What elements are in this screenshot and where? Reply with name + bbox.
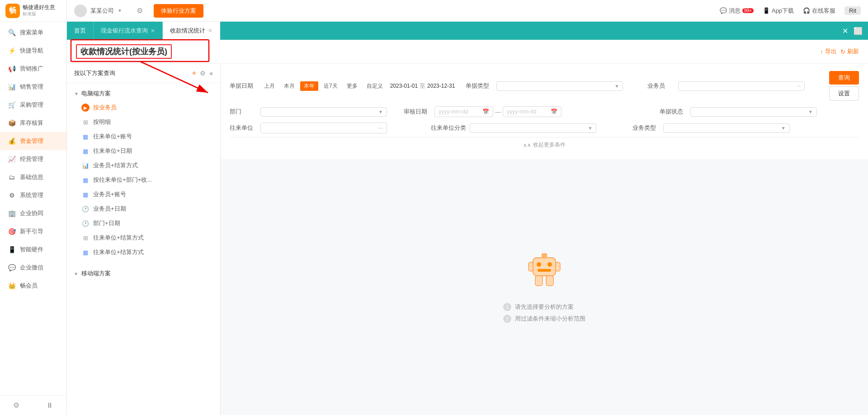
operation-icon: 📈 <box>7 155 16 164</box>
dept-select[interactable]: ▼ <box>260 107 387 117</box>
scheme-item-salesperson-settle[interactable]: 📊 业务员+结算方式 <box>67 158 220 173</box>
desktop-scheme-group-header[interactable]: ▼ 电脑端方案 <box>67 87 220 100</box>
scheme-item-salesperson-date[interactable]: 🕐 业务员+日期 <box>67 202 220 216</box>
sidebar-item-basic[interactable]: 🗂 基础信息 <box>0 168 66 186</box>
salesperson-select[interactable]: ··· <box>678 81 805 91</box>
voucher-type-select[interactable]: ▼ <box>496 81 623 91</box>
export-icon: ↑ <box>821 48 824 55</box>
scheme-settings-icon[interactable]: ⚙ <box>200 70 206 77</box>
partner-category-select[interactable]: ▼ <box>470 123 596 133</box>
left-panel-title: 按以下方案查询 <box>74 69 189 77</box>
audit-date-label: 审核日期 <box>404 108 431 116</box>
sidebar-item-marketing[interactable]: 📢 营销推广 <box>0 60 66 78</box>
svg-rect-3 <box>538 269 551 272</box>
close-window-icon[interactable]: ✕ <box>842 27 848 35</box>
collapse-sidebar-icon[interactable]: ⏸ <box>46 401 53 410</box>
sidebar: 畅 畅捷通好生意 标准版 🔍 搜索菜单 ⚡ 快捷导航 📢 营销推广 📊 销售管理… <box>0 0 67 415</box>
app-download-button[interactable]: 📱 App下载 <box>763 7 794 15</box>
trial-button[interactable]: 体验行业方案 <box>154 4 203 18</box>
date-tab-this-month[interactable]: 本月 <box>280 81 298 91</box>
voucher-status-select[interactable]: ▼ <box>690 107 817 117</box>
sidebar-item-system[interactable]: ⚙ 系统管理 <box>0 186 66 204</box>
mobile-scheme-group-header[interactable]: ▼ 移动端方案 <box>67 267 220 280</box>
business-type-label: 业务类型 <box>632 124 660 132</box>
export-button[interactable]: ↑ 导出 <box>821 47 837 56</box>
sidebar-item-operation[interactable]: 📈 经营管理 <box>0 150 66 168</box>
collapse-button[interactable]: ∧∧ 收起更多条件 <box>523 141 566 149</box>
topbar: 某某公司 ▼ ⚙ 体验行业方案 💬 消息 99+ 📱 App下载 🎧 在线客服 … <box>67 0 868 22</box>
guide-icon: 🎯 <box>7 227 16 236</box>
sidebar-item-purchase[interactable]: 🛒 采购管理 <box>0 96 66 114</box>
mobile-group-arrow-icon: ▼ <box>74 271 79 276</box>
sidebar-item-wechat[interactable]: 💬 企业微信 <box>0 259 66 277</box>
right-panel: 单据日期 上月 本月 本年 近7天 更多 自定义 2023-01-01 至 <box>221 64 868 415</box>
add-scheme-button[interactable]: + <box>192 69 196 77</box>
scheme-item-salesperson-account[interactable]: ▦ 业务员+账号 <box>67 187 220 202</box>
purchase-icon: 🛒 <box>7 100 16 109</box>
audit-date-from-input[interactable]: yyyy-mm-dd 📅 <box>434 106 493 117</box>
logo-text-block: 畅捷通好生意 标准版 <box>23 4 55 18</box>
date-tab-this-year[interactable]: 本年 <box>300 81 318 91</box>
sidebar-item-quicknav[interactable]: ⚡ 快捷导航 <box>0 42 66 60</box>
scheme-item-unit-settle2[interactable]: ▦ 往来单位+结算方式 <box>67 245 220 259</box>
tab-collection-close-icon[interactable]: ✕ <box>208 28 212 34</box>
tab-collection[interactable]: 收款情况统计 ✕ <box>163 22 220 40</box>
dept-date-icon: 🕐 <box>81 219 90 227</box>
calendar2-icon: 📅 <box>551 108 557 115</box>
sidebar-item-finance[interactable]: 💰 资金管理 <box>0 132 66 150</box>
user-tag: Rit <box>844 6 861 15</box>
svg-rect-0 <box>533 258 556 276</box>
messages-button[interactable]: 💬 消息 99+ <box>720 7 754 15</box>
scheme-item-unit-dept-collect[interactable]: ▦ 按往来单位+部门+收... <box>67 173 220 187</box>
scheme-item-unit-settle[interactable]: ⊞ 往来单位+结算方式 <box>67 231 220 245</box>
user-dropdown-icon[interactable]: ▼ <box>118 8 122 13</box>
sidebar-item-hardware[interactable]: 📱 智能硬件 <box>0 241 66 259</box>
collapse-panel-icon[interactable]: « <box>209 70 213 77</box>
scheme-item-unit-date[interactable]: ▦ 往来单位+日期 <box>67 144 220 158</box>
scheme-item-dept-date[interactable]: 🕐 部门+日期 <box>67 216 220 231</box>
mobile-scheme-group: ▼ 移动端方案 <box>67 263 220 284</box>
settings-button[interactable]: 设置 <box>829 86 859 101</box>
filter-area: 单据日期 上月 本月 本年 近7天 更多 自定义 2023-01-01 至 <box>221 64 868 160</box>
sidebar-item-sales[interactable]: 📊 销售管理 <box>0 78 66 96</box>
date-tab-last7[interactable]: 近7天 <box>320 81 341 91</box>
tab-bank-close-icon[interactable]: ✕ <box>151 28 155 34</box>
tab-window-icons: ✕ ⬜ <box>837 27 868 35</box>
tab-bank[interactable]: 现金银行流水查询 ✕ <box>94 22 163 40</box>
scheme-item-unit-account[interactable]: ▦ 往来单位+账号 <box>67 129 220 144</box>
sidebar-item-inventory[interactable]: 📦 库存核算 <box>0 114 66 132</box>
date-tab-custom[interactable]: 自定义 <box>363 81 387 91</box>
refresh-button[interactable]: ↻ 刷新 <box>840 47 859 56</box>
partner-dots-icon[interactable]: ··· <box>378 125 383 131</box>
topbar-gear-icon[interactable]: ⚙ <box>137 6 143 15</box>
maximize-window-icon[interactable]: ⬜ <box>854 27 863 35</box>
search-icon: 🔍 <box>7 28 16 37</box>
content-area: 按以下方案查询 + ⚙ « ▼ 电脑端方案 ▶ 按业务员 ⊞ 按明细 <box>67 64 868 415</box>
empty-step-2: 2 用过滤条件来缩小分析范围 <box>503 315 585 323</box>
scheme-item-by-detail[interactable]: ⊞ 按明细 <box>67 115 220 129</box>
scheme-item-by-salesperson[interactable]: ▶ 按业务员 <box>67 100 220 115</box>
sidebar-item-search[interactable]: 🔍 搜索菜单 <box>0 24 66 42</box>
dept-arrow-icon: ▼ <box>378 109 383 114</box>
sidebar-item-member[interactable]: 👑 畅会员 <box>0 277 66 295</box>
sidebar-item-enterprise[interactable]: 🏢 企业协同 <box>0 204 66 222</box>
voucher-type-label: 单据类型 <box>466 82 493 90</box>
collapse-up-icon: ∧∧ <box>523 142 531 148</box>
business-type-select[interactable]: ▼ <box>663 123 790 133</box>
logo-area: 畅 畅捷通好生意 标准版 <box>0 0 66 22</box>
online-service-button[interactable]: 🎧 在线客服 <box>803 7 835 15</box>
partner-select[interactable]: ··· <box>260 123 387 133</box>
date-from-display: 2023-01-01 <box>390 83 418 89</box>
inventory-icon: 📦 <box>7 118 16 127</box>
date-tab-last-month[interactable]: 上月 <box>260 81 278 91</box>
query-button[interactable]: 查询 <box>829 71 859 85</box>
tab-home[interactable]: 首页 <box>67 22 94 40</box>
svg-rect-5 <box>528 262 533 271</box>
app-name: 畅捷通好生意 <box>23 4 55 11</box>
desktop-scheme-group: ▼ 电脑端方案 ▶ 按业务员 ⊞ 按明细 ▦ 往来单位+账号 ▦ <box>67 83 220 263</box>
audit-date-to-input[interactable]: yyyy-mm-dd 📅 <box>503 106 561 117</box>
settings-bottom-icon[interactable]: ⚙ <box>13 401 19 410</box>
sidebar-item-guide[interactable]: 🎯 新手引导 <box>0 222 66 241</box>
date-tab-more[interactable]: 更多 <box>343 81 361 91</box>
svg-point-2 <box>547 262 552 267</box>
